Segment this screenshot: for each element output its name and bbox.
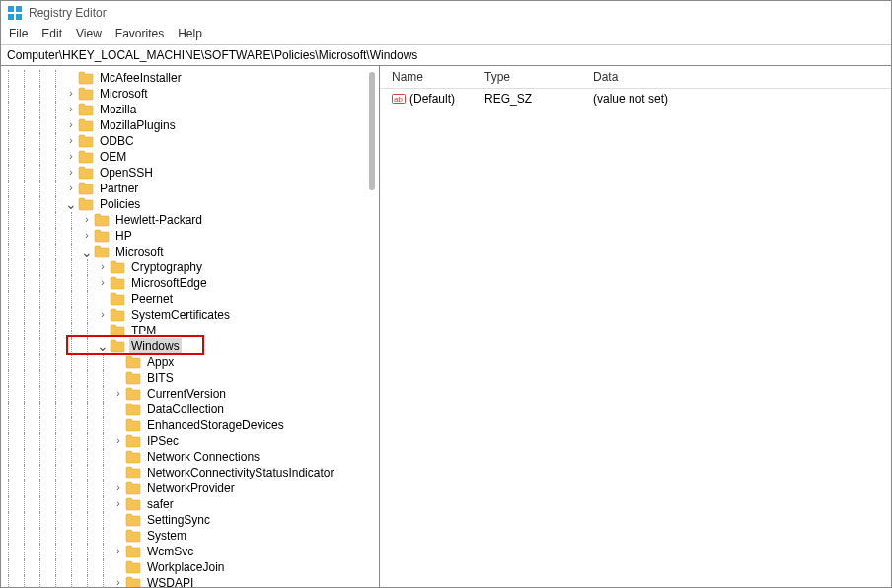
tree-item-label: OEM: [98, 149, 128, 165]
tree-item[interactable]: ›safer: [1, 496, 379, 512]
tree-item[interactable]: ›WcmSvc: [1, 544, 379, 559]
chevron-right-icon[interactable]: ›: [64, 181, 78, 196]
content-area: McAfeeInstaller›Microsoft›Mozilla›Mozill…: [1, 66, 891, 587]
menu-favorites[interactable]: Favorites: [115, 27, 164, 40]
folder-icon: [125, 418, 141, 432]
tree-item[interactable]: DataCollection: [1, 402, 379, 417]
svg-text:ab: ab: [394, 95, 403, 104]
folder-icon: [125, 560, 141, 574]
chevron-right-icon[interactable]: ›: [64, 133, 78, 149]
folder-icon: [125, 545, 141, 558]
tree-item[interactable]: ›CurrentVersion: [1, 386, 379, 402]
chevron-right-icon[interactable]: ›: [80, 212, 94, 228]
chevron-right-icon[interactable]: ›: [112, 575, 125, 587]
tree-item[interactable]: BITS: [1, 370, 379, 386]
tree-item[interactable]: NetworkConnectivityStatusIndicator: [1, 465, 379, 480]
tree-item-label: System: [145, 528, 188, 544]
address-path: Computer\HKEY_LOCAL_MACHINE\SOFTWARE\Pol…: [7, 48, 417, 62]
tree-item[interactable]: ›HP: [1, 228, 379, 244]
tree-item[interactable]: EnhancedStorageDevices: [1, 417, 379, 433]
tree-item[interactable]: Appx: [1, 354, 379, 370]
tree-item-label: safer: [145, 496, 176, 512]
tree-item-label: SystemCertificates: [129, 307, 232, 323]
tree-item[interactable]: System: [1, 528, 379, 544]
svg-rect-1: [16, 6, 22, 12]
chevron-down-icon[interactable]: ⌄: [80, 247, 94, 257]
column-header-type[interactable]: Type: [484, 70, 593, 84]
tree-item[interactable]: ›Mozilla: [1, 102, 379, 117]
title-bar: Registry Editor: [1, 1, 891, 25]
chevron-right-icon[interactable]: ›: [96, 275, 110, 291]
chevron-right-icon[interactable]: ›: [80, 228, 94, 244]
tree-item[interactable]: Network Connections: [1, 449, 379, 465]
tree-item[interactable]: ›OpenSSH: [1, 165, 379, 181]
tree-item[interactable]: McAfeeInstaller: [1, 70, 379, 86]
chevron-right-icon[interactable]: ›: [112, 496, 125, 512]
tree-item-label: ODBC: [98, 133, 136, 149]
chevron-right-icon[interactable]: ›: [64, 165, 78, 181]
tree-item-label: Cryptography: [129, 259, 204, 275]
value-data: (value not set): [593, 92, 891, 106]
tree-item[interactable]: ›MicrosoftEdge: [1, 275, 379, 291]
window-title: Registry Editor: [29, 6, 107, 20]
tree-item[interactable]: Peernet: [1, 291, 379, 307]
chevron-right-icon[interactable]: ›: [64, 102, 78, 117]
folder-icon: [110, 276, 125, 290]
tree-item[interactable]: ›ODBC: [1, 133, 379, 149]
address-bar[interactable]: Computer\HKEY_LOCAL_MACHINE\SOFTWARE\Pol…: [1, 44, 891, 66]
tree-item[interactable]: ›IPSec: [1, 433, 379, 449]
tree-pane[interactable]: McAfeeInstaller›Microsoft›Mozilla›Mozill…: [1, 66, 380, 587]
tree-item[interactable]: SettingSync: [1, 512, 379, 528]
chevron-right-icon[interactable]: ›: [112, 480, 125, 496]
chevron-right-icon[interactable]: ›: [64, 149, 78, 165]
menu-view[interactable]: View: [76, 27, 102, 40]
tree-item[interactable]: ⌄Policies: [1, 196, 379, 212]
menu-file[interactable]: File: [9, 27, 28, 40]
chevron-right-icon[interactable]: ›: [112, 386, 125, 402]
chevron-right-icon[interactable]: ›: [64, 117, 78, 133]
tree-item[interactable]: ⌄Windows: [1, 338, 379, 354]
menu-help[interactable]: Help: [178, 27, 202, 40]
tree-item[interactable]: ›WSDAPI: [1, 575, 379, 587]
tree-item-label: DataCollection: [145, 402, 226, 417]
chevron-right-icon[interactable]: ›: [96, 259, 110, 275]
tree-scrollbar[interactable]: [369, 72, 375, 190]
folder-icon: [78, 87, 94, 101]
folder-icon: [78, 182, 94, 195]
svg-rect-2: [8, 14, 14, 20]
folder-icon: [78, 150, 94, 164]
tree-item-label: EnhancedStorageDevices: [145, 417, 286, 433]
values-pane[interactable]: Name Type Data ab (Default) REG_SZ (valu…: [380, 66, 891, 587]
tree-item[interactable]: ›Microsoft: [1, 86, 379, 102]
chevron-down-icon[interactable]: ⌄: [96, 341, 110, 351]
tree-item[interactable]: ›Hewlett-Packard: [1, 212, 379, 228]
tree-item[interactable]: ›OEM: [1, 149, 379, 165]
value-row[interactable]: ab (Default) REG_SZ (value not set): [380, 89, 891, 109]
folder-icon: [78, 166, 94, 180]
svg-rect-3: [16, 14, 22, 20]
svg-rect-0: [8, 6, 14, 12]
tree-item[interactable]: ›MozillaPlugins: [1, 117, 379, 133]
column-header-name[interactable]: Name: [380, 70, 484, 84]
menu-edit[interactable]: Edit: [41, 27, 62, 40]
column-header-data[interactable]: Data: [593, 70, 891, 84]
tree-item-label: Network Connections: [145, 449, 261, 465]
tree-item[interactable]: ›Partner: [1, 181, 379, 196]
chevron-down-icon[interactable]: ⌄: [64, 199, 78, 209]
chevron-right-icon[interactable]: ›: [112, 433, 125, 449]
chevron-right-icon[interactable]: ›: [96, 307, 110, 323]
tree-item[interactable]: ⌄Microsoft: [1, 244, 379, 259]
tree-item[interactable]: TPM: [1, 323, 379, 338]
tree-item[interactable]: ›Cryptography: [1, 259, 379, 275]
tree-item-label: NetworkProvider: [145, 480, 237, 496]
tree-item[interactable]: WorkplaceJoin: [1, 559, 379, 575]
folder-icon: [125, 371, 141, 385]
folder-icon: [110, 339, 125, 353]
chevron-right-icon[interactable]: ›: [112, 544, 125, 559]
tree-item[interactable]: ›SystemCertificates: [1, 307, 379, 323]
tree-item-label: TPM: [129, 323, 158, 338]
chevron-right-icon[interactable]: ›: [64, 86, 78, 102]
folder-icon: [125, 387, 141, 401]
folder-icon: [125, 513, 141, 527]
tree-item[interactable]: ›NetworkProvider: [1, 480, 379, 496]
